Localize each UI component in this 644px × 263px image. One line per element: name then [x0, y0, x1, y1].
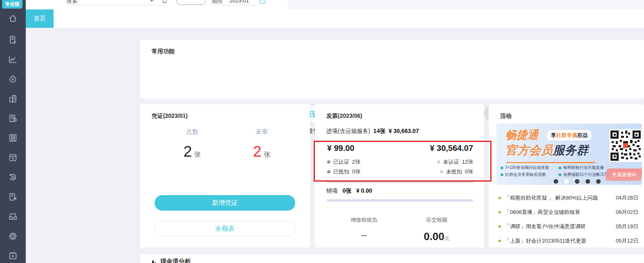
quick-functions-title: 常用功能: [152, 48, 175, 55]
carousel-dot[interactable]: [586, 179, 590, 184]
news-item[interactable]: 「税期自助化答疑 」 解决80%以上问题 04月28日: [498, 194, 638, 202]
banner-point: 社群会员专享购买优惠: [500, 172, 546, 178]
voucher-total-stat: 总数 2张: [157, 128, 227, 160]
inbox-icon[interactable]: [8, 211, 18, 222]
invoice-output-line: 销项 0张 ¥ 0.00: [326, 187, 372, 195]
gear-icon[interactable]: [8, 231, 18, 241]
voucher-card: 凭证(2023/01) 总数 2张 未审 2张 新增凭证 余额表: [140, 104, 310, 247]
quick-functions-card: 常用功能 查看凭证 资产负债表 利润表 期末结转 icon 暂无 icon 暂无…: [140, 40, 644, 99]
green-dot: [498, 225, 501, 228]
svg-text:¥: ¥: [11, 194, 13, 198]
activity-card-title: 活动: [500, 112, 512, 120]
topbar-pill-button[interactable]: [176, 0, 206, 5]
banner-headline: 官方会员服务群: [505, 142, 588, 159]
carryover-icon[interactable]: ¥: [8, 192, 18, 202]
svg-text:税: 税: [11, 175, 15, 180]
banner-point: 7×15h资深顾问在线答疑: [500, 165, 549, 171]
teal-dot: [500, 166, 503, 169]
qr-code: [609, 129, 642, 162]
search-label: 搜索: [67, 0, 77, 5]
voucher-card-title: 凭证(2023/01): [152, 112, 188, 120]
banner-brand: 畅捷通: [505, 128, 539, 142]
svg-text:¥: ¥: [12, 77, 14, 82]
teal-dot: [559, 166, 561, 169]
period-value[interactable]: 2023-01: [229, 0, 249, 4]
carousel-dots: [554, 179, 601, 184]
plus-icon[interactable]: +: [150, 0, 154, 4]
banner-point: 每周财税行业大咖直播: [559, 165, 604, 171]
add-voucher-button[interactable]: 新增凭证: [155, 195, 295, 211]
balance-table-button[interactable]: 余额表: [155, 221, 295, 236]
invoice-icon[interactable]: ¥: [8, 35, 18, 45]
teal-dot: [559, 173, 561, 176]
news-item[interactable]: 「调研」用友客户/伙伴满意度调研 05月19日: [498, 223, 638, 231]
calendar-icon[interactable]: [260, 0, 265, 4]
green-dot: [498, 211, 501, 214]
promo-banner[interactable]: 畅捷通 享社群专属权益 官方会员服务群 7×15h资深顾问在线答疑 每周财税行业…: [496, 124, 642, 185]
invoice-card-title: 发票(2023/06): [326, 112, 362, 120]
svg-text:¥: ¥: [12, 136, 14, 139]
invite-code-ribbon[interactable]: 专属邀请码: [605, 169, 642, 181]
svg-text:¥: ¥: [11, 156, 14, 161]
period-label: 期间: [212, 0, 222, 5]
activity-card: 活动 畅捷通 享社群专属权益 官方会员服务群 7×15h资深顾问在线答疑 每周财…: [489, 104, 644, 247]
tax-payable-stat: 应交税额 0.00元: [400, 216, 473, 243]
news-item[interactable]: 「0606直播」商贸企业辅助核算 06月02日: [498, 208, 638, 216]
divider: [315, 207, 484, 208]
voucher-unreviewed-stat: 未审 2张: [227, 128, 296, 160]
topbar-right-background: [287, 0, 644, 9]
fund-icon[interactable]: ¥: [8, 74, 18, 84]
svg-text:¥: ¥: [13, 40, 16, 45]
app-window: 搜索 + 期间 2023-01 首页 ¥ ¥: [0, 0, 644, 263]
bar-chart-icon: [152, 259, 157, 263]
cashier-icon[interactable]: ¥: [8, 133, 18, 143]
analysis-chart-icon[interactable]: [8, 54, 18, 65]
carousel-dot[interactable]: [596, 179, 601, 184]
topbar: 搜索 + 期间 2023-01: [26, 0, 644, 9]
edition-badge: 专业版: [2, 0, 22, 9]
carousel-dot[interactable]: [554, 179, 558, 184]
tax-icon[interactable]: 税: [8, 172, 18, 182]
red-annotation-box: [314, 141, 491, 182]
green-dot: [498, 197, 501, 199]
notification-icon[interactable]: [162, 0, 168, 5]
output-progress-bar: [326, 199, 473, 202]
banner-underline: [506, 162, 595, 163]
salary-icon[interactable]: ¥: [8, 153, 18, 163]
tab-row: 首页: [26, 9, 644, 28]
home-icon[interactable]: [8, 13, 18, 24]
report-time-icon[interactable]: [8, 113, 18, 124]
carousel-dot[interactable]: [575, 179, 579, 184]
carousel-dot[interactable]: [564, 179, 569, 184]
period-underline: [211, 5, 256, 5]
cashflow-title: 现金流分析: [152, 258, 191, 263]
tab-home[interactable]: 首页: [26, 9, 54, 28]
news-item[interactable]: 「上新」好会计20230511迭代更新 05月12日: [498, 237, 638, 245]
vat-burden-stat: 增值税税负 --: [327, 216, 401, 240]
company-icon[interactable]: [8, 94, 18, 104]
tutorial-video-icon[interactable]: [8, 251, 18, 261]
banner-bubble: 享社群专属权益: [547, 130, 592, 141]
green-dot: [498, 240, 501, 242]
sidebar: ¥ ¥ ¥ ¥ 税 ¥: [0, 0, 26, 263]
search-input[interactable]: [67, 5, 165, 5]
teal-dot: [500, 173, 503, 176]
cashflow-card: 现金流分析: [140, 254, 644, 263]
invoice-input-line: 进项(含运输服务) 14张 ¥ 30,663.07: [326, 128, 419, 135]
